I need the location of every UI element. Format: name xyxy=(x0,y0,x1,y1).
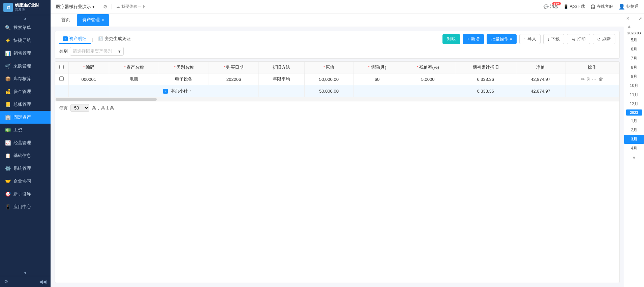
sidebar-item-inventory[interactable]: 📦 库存核算 xyxy=(0,72,51,85)
gear-icon[interactable]: ⚙ xyxy=(103,4,108,9)
year-up-arrow[interactable]: ▲ xyxy=(626,23,632,30)
cell-depreciation-method: 年限平均 xyxy=(258,73,304,85)
sidebar-item-app-center[interactable]: 📱 应用中心 xyxy=(0,200,51,213)
tab-home[interactable]: 首页 xyxy=(56,14,75,26)
sidebar-item-system[interactable]: ⚙️ 系统管理 xyxy=(0,162,51,175)
month-2[interactable]: 2月 xyxy=(624,126,644,135)
month-6[interactable]: 6月 xyxy=(624,45,644,54)
refresh-label: 刷新 xyxy=(602,36,611,42)
th-net-value: 净值 xyxy=(516,62,565,73)
online-service-label: 在线客服 xyxy=(597,4,613,9)
batch-ops-button[interactable]: 批量操作 ▾ xyxy=(487,34,517,44)
message-btn[interactable]: 💬 消息 99+ xyxy=(544,4,558,9)
per-page-select[interactable]: 50 10 20 100 xyxy=(70,104,89,112)
sidebar-item-capital[interactable]: 💰 资金管理 xyxy=(0,85,51,98)
sidebar-item-label: 经营管理 xyxy=(13,140,31,146)
sidebar-item-ledger[interactable]: 📒 总账管理 xyxy=(0,98,51,111)
month-10[interactable]: 10月 xyxy=(624,81,644,90)
tab-separator: | xyxy=(91,37,94,42)
import-label: 导入 xyxy=(527,36,536,42)
copy-icon[interactable]: ⎘ xyxy=(587,76,590,82)
month-3-current[interactable]: 3月 xyxy=(624,135,644,144)
subtotal-label: 本页小计： xyxy=(171,88,192,93)
cell-actions: ✏ ⎘ ⋯ 🗑 xyxy=(565,73,619,85)
reconcile-button[interactable]: 对账 xyxy=(442,34,460,44)
sidebar-item-label: 工资 xyxy=(13,127,22,133)
user-avatar[interactable]: 👤 畅捷通 xyxy=(618,3,639,10)
refresh-button[interactable]: ↺ 刷新 xyxy=(593,34,615,44)
sidebar-logo[interactable]: 财 畅捷通好业财 普及版 xyxy=(0,0,51,15)
month-12[interactable]: 12月 xyxy=(624,99,644,108)
category-select[interactable]: 请选择固定资产类别 ▾ xyxy=(70,47,124,56)
year-marker-badge: 2023 xyxy=(626,109,642,116)
app-download-btn[interactable]: 📱 App下载 xyxy=(563,4,585,9)
sidebar-item-newbie[interactable]: 🎯 新手引导 xyxy=(0,188,51,200)
delete-icon[interactable]: 🗑 xyxy=(599,76,603,82)
collapse-icon[interactable]: ◀◀ xyxy=(39,279,47,284)
import-icon: ↑ xyxy=(524,37,526,42)
sub-tab-asset-detail[interactable]: ≡ 资产明细 xyxy=(59,34,91,44)
print-button[interactable]: 🖨 打印 xyxy=(567,34,590,44)
subtotal-label-cell: ≡ 本页小计： xyxy=(159,85,258,97)
import-button[interactable]: ↑ 导入 xyxy=(519,34,541,44)
experience-btn[interactable]: ☁ 我要体验一下 xyxy=(116,4,146,9)
sidebar-item-operations[interactable]: 📈 经营管理 xyxy=(0,136,51,149)
sidebar-item-search[interactable]: 🔍 搜索菜单 xyxy=(0,21,51,34)
cell-original-value: 50,000.00 xyxy=(304,73,354,85)
month-7[interactable]: 7月 xyxy=(624,54,644,63)
online-service-btn[interactable]: 🎧 在线客服 xyxy=(590,4,613,9)
table-header-row: *编码 *资产名称 *类别名称 *购买日期 折旧方法 *原值 *期限(月) *残… xyxy=(55,62,619,73)
th-residual-rate: *残值率(%) xyxy=(401,62,455,73)
settings-icon[interactable]: ⚙ xyxy=(4,279,8,284)
month-9[interactable]: 9月 xyxy=(624,72,644,81)
sub-tab-change-voucher[interactable]: 📄 变更生成凭证 xyxy=(94,34,135,44)
panel-expand-icon[interactable]: ⤢ xyxy=(639,16,642,21)
app-center-icon: 📱 xyxy=(5,204,11,210)
month-1[interactable]: 1月 xyxy=(624,117,644,126)
refresh-icon: ↺ xyxy=(597,37,601,42)
horizontal-scrollbar[interactable] xyxy=(55,97,619,101)
fixed-assets-icon: 🏢 xyxy=(5,114,11,120)
batch-ops-chevron: ▾ xyxy=(510,37,512,42)
scroll-thumb[interactable] xyxy=(56,98,157,101)
th-depreciation-method: 折旧方法 xyxy=(258,62,304,73)
edit-icon[interactable]: ✏ xyxy=(581,76,585,82)
sidebar-scroll-down[interactable]: ▼ xyxy=(0,270,51,276)
sidebar-item-quick-nav[interactable]: ⚡ 快捷导航 xyxy=(0,34,51,47)
month-8[interactable]: 8月 xyxy=(624,63,644,72)
subtotal-empty5 xyxy=(354,85,401,97)
table-body: 000001 电脑 电子设备 202206 年限平均 50,000.00 60 … xyxy=(55,73,619,97)
select-all-checkbox[interactable] xyxy=(59,65,64,69)
tab-bar: 首页 资产管理 × xyxy=(51,13,624,27)
tab-asset-mgmt[interactable]: 资产管理 × xyxy=(77,14,109,26)
month-5[interactable]: 5月 xyxy=(624,36,644,45)
ledger-icon: 📒 xyxy=(5,101,11,107)
month-4[interactable]: 4月 xyxy=(624,144,644,153)
sidebar-item-enterprise[interactable]: 🤝 企业协同 xyxy=(0,175,51,188)
download-button[interactable]: ↓ 下载 xyxy=(543,34,564,44)
sidebar-scroll-up[interactable]: ▲ xyxy=(0,15,51,21)
sidebar-item-basic-info[interactable]: 📋 基础信息 xyxy=(0,149,51,162)
sidebar-item-payroll[interactable]: 💵 工资 xyxy=(0,124,51,136)
subtotal-row: ≡ 本页小计： 50,000.00 6,333.36 42,874.97 xyxy=(55,85,619,97)
cloud-icon: ☁ xyxy=(116,4,120,9)
th-initial-acc-depreciation: 期初累计折旧 xyxy=(455,62,516,73)
th-code: *编码 xyxy=(68,62,109,73)
headset-icon: 🎧 xyxy=(590,4,595,9)
right-panel: ✕ ⤢ ▲ 2023.03 5月 6月 7月 8月 9月 10月 11月 12月… xyxy=(624,13,644,287)
company-selector[interactable]: 医疗器械行业演示 ▾ xyxy=(56,4,95,10)
row-checkbox[interactable] xyxy=(59,76,64,81)
pagination: 每页 50 10 20 100 条，共 1 条 xyxy=(55,101,619,115)
add-button[interactable]: + 新增 xyxy=(463,34,484,44)
more-icon[interactable]: ⋯ xyxy=(592,76,596,82)
sidebar-item-purchase[interactable]: 🛒 采购管理 xyxy=(0,60,51,72)
category-label: 类别 xyxy=(59,48,68,54)
panel-close-icon[interactable]: ✕ xyxy=(626,16,630,21)
year-down-arrow[interactable]: ▼ xyxy=(631,154,637,161)
sidebar-item-sales[interactable]: 📊 销售管理 xyxy=(0,47,51,60)
system-icon: ⚙️ xyxy=(5,165,11,171)
month-11[interactable]: 11月 xyxy=(624,90,644,99)
sidebar-item-fixed-assets[interactable]: 🏢 固定资产 xyxy=(0,111,51,124)
subtotal-icon: ≡ xyxy=(163,89,168,94)
tab-close-icon[interactable]: × xyxy=(102,18,104,22)
